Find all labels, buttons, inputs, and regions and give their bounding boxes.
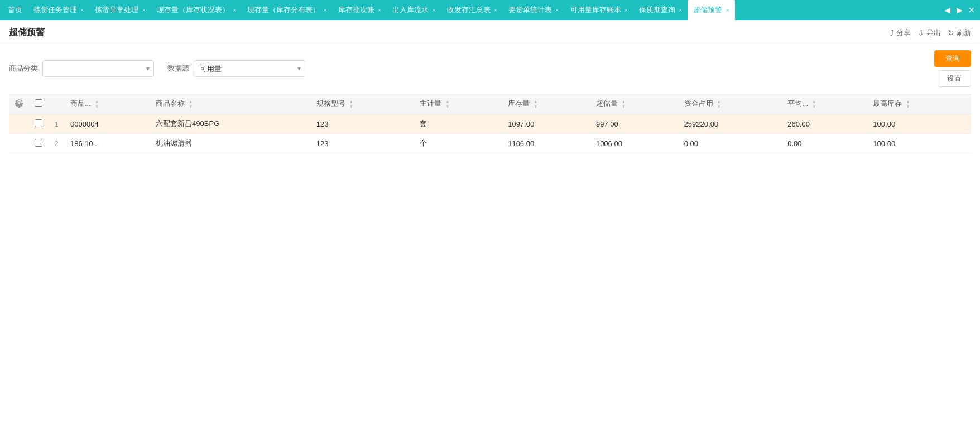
row-checkbox-1[interactable]	[35, 139, 42, 147]
table-row: 2186-10...机油滤清器123个1106.001006.000.000.0…	[9, 134, 971, 153]
datasource-select-wrapper: 可用量	[194, 60, 305, 77]
nav-item-4[interactable]: 现存量（库存分布表）×	[242, 0, 332, 20]
sort-product-code-icon: ▲▼	[94, 100, 99, 109]
category-select[interactable]	[42, 60, 154, 77]
nav-item-1[interactable]: 拣货任务管理×	[28, 0, 89, 20]
table-row: 10000004六配套新昌490BPG123套1097.00997.002592…	[9, 114, 971, 134]
col-max-stock[interactable]: 最高库存 ▲▼	[867, 94, 971, 114]
col-spec[interactable]: 规格型号 ▲▼	[311, 94, 415, 114]
row-gear-0[interactable]	[9, 114, 29, 134]
nav-item-3[interactable]: 现存量（库存状况表）×	[151, 0, 242, 20]
row-cell-0-3: 0000004	[65, 114, 150, 134]
sort-stock-icon: ▲▼	[534, 100, 538, 109]
row-cell-1-5: 123	[311, 134, 415, 153]
col-avg[interactable]: 平均... ▲▼	[782, 94, 867, 114]
row-checkbox-cell-1[interactable]	[29, 134, 48, 153]
refresh-icon: ↻	[948, 28, 954, 37]
row-cell-1-6: 个	[414, 134, 502, 153]
nav-item-close-4[interactable]: ×	[323, 7, 326, 13]
filter-buttons: 查询 设置	[934, 50, 971, 87]
nav-item-11[interactable]: 超储预警×	[688, 0, 734, 20]
row-checkbox-cell-0[interactable]	[29, 114, 48, 134]
table-body: 10000004六配套新昌490BPG123套1097.00997.002592…	[9, 114, 971, 153]
nav-item-close-2[interactable]: ×	[142, 7, 145, 13]
sort-max-stock-icon: ▲▼	[906, 100, 910, 109]
settings-icon	[15, 99, 23, 108]
col-rownum	[48, 94, 65, 114]
page-header: 超储预警 ⤴ 分享 ⇩ 导出 ↻ 刷新	[0, 20, 980, 43]
nav-item-2[interactable]: 拣货异常处理×	[89, 0, 151, 20]
sort-capital-icon: ▲▼	[717, 100, 721, 109]
nav-item-10[interactable]: 保质期查询×	[633, 0, 688, 20]
nav-item-close-1[interactable]: ×	[80, 7, 84, 13]
sort-product-name-icon: ▲▼	[189, 100, 193, 109]
filter-area: 商品分类 数据源 可用量 查询 设置	[0, 43, 980, 94]
nav-close-btn[interactable]: ✕	[965, 0, 978, 20]
set-button[interactable]: 设置	[938, 70, 971, 87]
row-checkbox-0[interactable]	[35, 119, 42, 127]
col-gear[interactable]	[9, 94, 29, 114]
sort-avg-icon: ▲▼	[812, 100, 816, 109]
nav-prev-btn[interactable]: ◀	[941, 0, 953, 20]
col-product-code[interactable]: 商品... ▲▼	[65, 94, 150, 114]
row-cell-1-3: 186-10...	[65, 134, 150, 153]
export-icon: ⇩	[917, 28, 924, 37]
nav-item-close-8[interactable]: ×	[555, 7, 559, 13]
nav-item-5[interactable]: 库存批次账×	[333, 0, 387, 20]
sort-overstock-icon: ▲▼	[622, 100, 626, 109]
nav-item-close-3[interactable]: ×	[233, 7, 236, 13]
nav-item-close-10[interactable]: ×	[679, 7, 682, 13]
row-cell-1-7: 1106.00	[502, 134, 590, 153]
nav-item-9[interactable]: 可用量库存账本×	[565, 0, 633, 20]
row-cell-0-4: 六配套新昌490BPG	[150, 114, 311, 134]
nav-item-7[interactable]: 收发存汇总表×	[441, 0, 503, 20]
row-num-1: 2	[48, 134, 65, 153]
export-button[interactable]: ⇩ 导出	[917, 28, 941, 38]
nav-item-8[interactable]: 要货单统计表×	[503, 0, 564, 20]
row-cell-1-11: 100.00	[867, 134, 971, 153]
datasource-filter: 数据源 可用量	[167, 60, 305, 77]
sort-spec-icon: ▲▼	[349, 100, 353, 109]
page-content: 超储预警 ⤴ 分享 ⇩ 导出 ↻ 刷新 商品分类	[0, 20, 980, 446]
header-actions: ⤴ 分享 ⇩ 导出 ↻ 刷新	[890, 28, 971, 38]
datasource-label: 数据源	[167, 64, 189, 74]
select-all-checkbox[interactable]	[35, 99, 42, 107]
col-stock[interactable]: 库存量 ▲▼	[502, 94, 590, 114]
nav-item-close-5[interactable]: ×	[378, 7, 381, 13]
col-product-name[interactable]: 商品名称 ▲▼	[150, 94, 311, 114]
col-select-all[interactable]	[29, 94, 48, 114]
row-cell-0-8: 997.00	[590, 114, 679, 134]
row-cell-0-10: 260.00	[782, 114, 867, 134]
col-capital[interactable]: 资金占用 ▲▼	[679, 94, 782, 114]
share-icon: ⤴	[890, 28, 894, 37]
nav-item-6[interactable]: 出入库流水×	[387, 0, 441, 20]
nav-item-close-9[interactable]: ×	[624, 7, 628, 13]
row-cell-0-6: 套	[414, 114, 502, 134]
nav-item-close-7[interactable]: ×	[494, 7, 497, 13]
nav-item-0[interactable]: 首页	[2, 0, 28, 20]
table-wrapper: 商品... ▲▼ 商品名称 ▲▼ 规格型号 ▲▼ 主计量 ▲▼	[0, 94, 980, 153]
row-cell-0-5: 123	[311, 114, 415, 134]
sort-unit-icon: ▲▼	[445, 100, 450, 109]
row-cell-1-4: 机油滤清器	[150, 134, 311, 153]
query-button[interactable]: 查询	[934, 50, 971, 67]
row-cell-1-8: 1006.00	[590, 134, 679, 153]
refresh-button[interactable]: ↻ 刷新	[948, 28, 971, 38]
nav-item-close-6[interactable]: ×	[432, 7, 435, 13]
row-cell-0-11: 100.00	[867, 114, 971, 134]
row-cell-0-7: 1097.00	[502, 114, 590, 134]
category-label: 商品分类	[9, 64, 38, 74]
nav-next-btn[interactable]: ▶	[953, 0, 965, 20]
table-header-row: 商品... ▲▼ 商品名称 ▲▼ 规格型号 ▲▼ 主计量 ▲▼	[9, 94, 971, 114]
share-button[interactable]: ⤴ 分享	[890, 28, 911, 38]
data-table: 商品... ▲▼ 商品名称 ▲▼ 规格型号 ▲▼ 主计量 ▲▼	[9, 94, 971, 153]
row-gear-1[interactable]	[9, 134, 29, 153]
col-overstock[interactable]: 超储量 ▲▼	[590, 94, 679, 114]
row-num-0: 1	[48, 114, 65, 134]
col-unit[interactable]: 主计量 ▲▼	[414, 94, 502, 114]
row-cell-1-10: 0.00	[782, 134, 867, 153]
datasource-select[interactable]: 可用量	[194, 60, 305, 77]
nav-item-close-11[interactable]: ×	[726, 7, 729, 13]
category-select-wrapper	[42, 60, 154, 77]
row-cell-0-9: 259220.00	[679, 114, 782, 134]
